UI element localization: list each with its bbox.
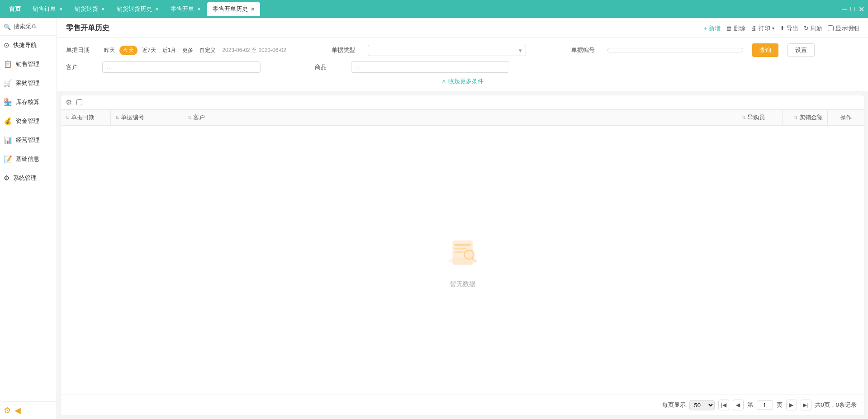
page-label-2: 页 xyxy=(777,401,783,409)
filter-area: 单据日期 昨天 今天 近7天 近1月 更多 自定义 2023-06-02 至 2… xyxy=(57,38,868,91)
sidebar-item-operations[interactable]: 📊 经营管理 xyxy=(0,131,57,150)
date-opt-7days[interactable]: 近7天 xyxy=(140,46,158,55)
empty-state: 暂无数据 xyxy=(61,126,864,395)
sort-number-icon[interactable]: ⇅ xyxy=(115,115,119,120)
export-button[interactable]: ⬆ 导出 xyxy=(780,24,798,33)
tab-retail-open-history-close[interactable]: ✕ xyxy=(251,6,255,12)
sidebar-item-purchase-mgmt-label: 采购管理 xyxy=(16,79,39,87)
th-customer-label: 客户 xyxy=(193,113,205,122)
page-size-select[interactable]: 50 10 20 100 xyxy=(689,400,715,410)
customer-label: 客户 xyxy=(66,63,93,71)
sidebar-collapse-icon[interactable]: ◀ xyxy=(14,405,21,415)
page-title: 零售开单历史 xyxy=(66,24,109,38)
add-button[interactable]: + 新增 xyxy=(704,24,721,33)
sidebar-item-basic-info[interactable]: 📝 基础信息 xyxy=(0,150,57,169)
query-button[interactable]: 查询 xyxy=(752,43,778,57)
tab-sales-return-close[interactable]: ✕ xyxy=(101,6,105,12)
refresh-button[interactable]: ↻ 刷新 xyxy=(804,24,822,33)
date-opt-custom[interactable]: 自定义 xyxy=(198,46,218,55)
maximize-icon[interactable]: □ xyxy=(850,5,855,14)
sidebar-settings-icon[interactable]: ⚙ xyxy=(4,405,11,415)
sort-customer-icon[interactable]: ⇅ xyxy=(188,115,191,120)
tab-sales-return-history[interactable]: 销货退货历史 ✕ xyxy=(111,2,164,16)
table-settings-icon[interactable]: ⚙ xyxy=(66,98,72,107)
goods-input-dots: … xyxy=(355,64,361,71)
delete-button[interactable]: 🗑 删除 xyxy=(726,24,745,33)
sidebar-item-basic-info-label: 基础信息 xyxy=(16,155,39,163)
tab-retail-open[interactable]: 零售开单 ✕ xyxy=(165,2,206,16)
sidebar-item-finance[interactable]: 💰 资金管理 xyxy=(0,112,57,131)
tab-sales-order-close[interactable]: ✕ xyxy=(59,6,63,12)
toolbar: + 新增 🗑 删除 🖨 打印 ▾ ⬆ 导出 ↻ 刷新 显示明细 xyxy=(704,24,859,37)
sidebar-item-quick-nav-label: 快捷导航 xyxy=(13,41,37,49)
main-layout: 🔍 搜索采单 ⊙ 快捷导航 📋 销售管理 🛒 采购管理 🏪 库存核算 💰 资金管… xyxy=(0,18,868,419)
tab-sales-return[interactable]: 销货退货 ✕ xyxy=(69,2,110,16)
tab-retail-open-label: 零售开单 xyxy=(171,5,194,13)
tab-retail-open-history[interactable]: 零售开单历史 ✕ xyxy=(207,2,260,16)
filter-row-1: 单据日期 昨天 今天 近7天 近1月 更多 自定义 2023-06-02 至 2… xyxy=(66,43,859,57)
type-select[interactable]: ▾ xyxy=(368,45,526,56)
sort-amount-icon[interactable]: ⇅ xyxy=(794,115,797,120)
date-opt-yesterday[interactable]: 昨天 xyxy=(102,46,117,55)
goods-label: 商品 xyxy=(315,63,342,71)
tab-sales-return-history-close[interactable]: ✕ xyxy=(155,6,159,12)
basic-info-icon: 📝 xyxy=(4,155,12,163)
th-guide: ⇅ 导购员 xyxy=(737,110,783,125)
sort-date-icon[interactable]: ⇅ xyxy=(66,115,69,120)
sidebar-item-inventory[interactable]: 🏪 库存核算 xyxy=(0,93,57,112)
svg-rect-3 xyxy=(455,248,467,250)
close-icon[interactable]: ✕ xyxy=(859,5,864,14)
prev-page-btn[interactable]: ◀ xyxy=(733,400,744,410)
print-button[interactable]: 🖨 打印 ▾ xyxy=(751,24,774,33)
tab-bar: 首页 销售订单 ✕ 销货退货 ✕ 销货退货历史 ✕ 零售开单 ✕ 零售开单历史 … xyxy=(0,0,868,18)
empty-text: 暂无数据 xyxy=(450,280,475,288)
date-opt-1month[interactable]: 近1月 xyxy=(161,46,178,55)
sidebar-search[interactable]: 🔍 搜索采单 xyxy=(0,18,57,36)
date-opt-more[interactable]: 更多 xyxy=(180,46,195,55)
next-page-btn[interactable]: ▶ xyxy=(786,400,797,410)
quick-nav-icon: ⊙ xyxy=(4,41,9,49)
search-icon: 🔍 xyxy=(4,24,11,30)
number-input[interactable] xyxy=(607,48,743,52)
tab-sales-return-history-label: 销货退货历史 xyxy=(117,5,152,13)
sidebar-search-label: 搜索采单 xyxy=(14,23,37,31)
th-guide-label: 导购员 xyxy=(747,113,765,122)
sales-mgmt-icon: 📋 xyxy=(4,60,12,68)
goods-input[interactable]: … xyxy=(351,61,509,73)
table-header: ⇅ 单据日期 ⇅ 单据编号 ⇅ 客户 ⇅ 导购员 ⇅ 实销金额 xyxy=(61,110,864,126)
customer-input[interactable]: … xyxy=(102,61,261,73)
total-text: 共0页，0条记录 xyxy=(815,401,857,409)
sidebar-item-inventory-label: 库存核算 xyxy=(16,98,39,106)
export-icon: ⬆ xyxy=(780,25,785,32)
print-icon: 🖨 xyxy=(751,25,757,32)
svg-rect-2 xyxy=(455,244,471,246)
tab-retail-open-close[interactable]: ✕ xyxy=(197,6,201,12)
print-label: 打印 xyxy=(759,24,770,33)
page-number-input[interactable] xyxy=(757,400,773,410)
first-page-btn[interactable]: |◀ xyxy=(718,400,729,410)
display-detail-checkbox[interactable] xyxy=(828,25,834,31)
minimize-icon[interactable]: ─ xyxy=(842,5,847,14)
refresh-label: 刷新 xyxy=(811,24,822,33)
sidebar-item-system[interactable]: ⚙ 系统管理 xyxy=(0,169,57,188)
tab-sales-order-label: 销售订单 xyxy=(33,5,56,13)
settings-button[interactable]: 设置 xyxy=(787,43,815,57)
sidebar-item-quick-nav[interactable]: ⊙ 快捷导航 xyxy=(0,36,57,55)
last-page-btn[interactable]: ▶| xyxy=(801,400,811,410)
tab-home-label: 首页 xyxy=(9,5,21,13)
select-all-checkbox[interactable] xyxy=(76,99,82,105)
date-opt-today[interactable]: 今天 xyxy=(119,46,138,55)
collapse-row[interactable]: ∧ 收起更多条件 xyxy=(66,77,859,85)
tab-sales-order[interactable]: 销售订单 ✕ xyxy=(27,2,68,16)
sort-guide-icon[interactable]: ⇅ xyxy=(742,115,745,120)
tab-retail-open-history-label: 零售开单历史 xyxy=(213,5,248,13)
th-amount: ⇅ 实销金额 xyxy=(783,110,828,125)
sidebar-item-finance-label: 资金管理 xyxy=(16,117,39,125)
page-size-label: 每页显示 xyxy=(662,401,686,409)
tab-home[interactable]: 首页 xyxy=(4,2,26,16)
purchase-mgmt-icon: 🛒 xyxy=(4,79,12,87)
date-options: 昨天 今天 近7天 近1月 更多 自定义 2023-06-02 至 2023-0… xyxy=(102,46,286,55)
refresh-icon: ↻ xyxy=(804,25,809,32)
sidebar-item-sales-mgmt[interactable]: 📋 销售管理 xyxy=(0,55,57,74)
sidebar-item-purchase-mgmt[interactable]: 🛒 采购管理 xyxy=(0,74,57,93)
